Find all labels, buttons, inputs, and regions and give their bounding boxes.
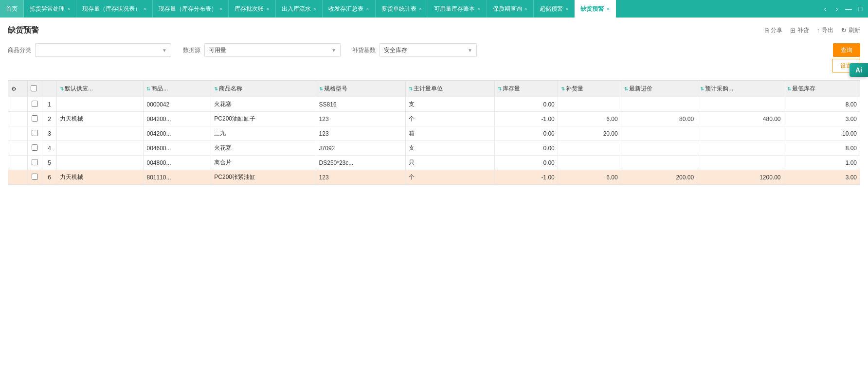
settings-gear-th[interactable]: ⚙ xyxy=(8,81,28,97)
refresh-icon: ↻ xyxy=(841,27,847,34)
tab-expiry[interactable]: 保质期查询 × xyxy=(487,0,534,18)
row-checkbox[interactable] xyxy=(32,144,38,151)
col-est-purchase[interactable]: ⇅ 预计采购... xyxy=(697,81,784,97)
tab-close-order-stat[interactable]: × xyxy=(419,6,422,12)
sort-stock[interactable]: ⇅ 库存量 xyxy=(498,85,520,93)
replenish-icon: ⊞ xyxy=(790,27,796,34)
row-checkbox[interactable] xyxy=(32,115,38,122)
refresh-button[interactable]: ↻ 刷新 xyxy=(841,26,860,35)
tab-close-abnormal[interactable]: × xyxy=(67,6,70,12)
ai-badge[interactable]: Ai xyxy=(850,63,868,77)
col-product-code[interactable]: ⇅ 商品... xyxy=(144,81,211,97)
col-min-stock[interactable]: ⇅ 最低库存 xyxy=(784,81,860,97)
header-actions: ⎘ 分享 ⊞ 补货 ↑ 导出 ↻ 刷新 xyxy=(765,26,861,35)
table-body: 10000042火花塞SS816支0.008.002力天机械004200...P… xyxy=(8,97,860,185)
tab-available-ledger[interactable]: 可用量库存账本 × xyxy=(428,0,487,18)
latest-price-sort-icon: ⇅ xyxy=(624,86,628,91)
sort-min-stock[interactable]: ⇅ 最低库存 xyxy=(787,85,815,93)
table-row: 4004600...火花塞J7092支0.008.00 xyxy=(8,141,860,156)
share-button[interactable]: ⎘ 分享 xyxy=(765,26,782,35)
filter-group-datasource: 数据源 可用量 ▼ xyxy=(183,43,341,57)
data-table: ⚙ ⇅ 默认供应... ⇅ 商品... xyxy=(8,80,860,185)
unit-sort-icon: ⇅ xyxy=(409,86,413,91)
datasource-select[interactable]: 可用量 ▼ xyxy=(204,43,341,57)
sort-product-code[interactable]: ⇅ 商品... xyxy=(146,85,168,93)
row-num-th xyxy=(42,81,57,97)
table-row: 6力天机械801110...PC200张紧油缸123个-1.006.00200.… xyxy=(8,170,860,185)
col-replenish-qty[interactable]: ⇅ 补货量 xyxy=(558,81,621,97)
tab-close-batch-account[interactable]: × xyxy=(266,6,269,12)
col-latest-price[interactable]: ⇅ 最新进价 xyxy=(621,81,697,97)
spec-sort-icon: ⇅ xyxy=(319,86,323,91)
filter-group-replenish-base: 补货基数 安全库存 ▼ xyxy=(352,43,477,57)
query-button[interactable]: 查询 xyxy=(833,43,860,57)
col-unit[interactable]: ⇅ 主计量单位 xyxy=(405,81,494,97)
category-select[interactable]: ▼ xyxy=(35,43,171,57)
min-stock-sort-icon: ⇅ xyxy=(787,86,791,91)
datasource-label: 数据源 xyxy=(183,46,200,54)
select-all-checkbox[interactable] xyxy=(31,85,37,91)
sort-product-name[interactable]: ⇅ 商品名称 xyxy=(214,85,242,93)
col-supplier[interactable]: ⇅ 默认供应... xyxy=(57,81,144,97)
tab-order-stat[interactable]: 要货单统计表 × xyxy=(376,0,428,18)
category-label: 商品分类 xyxy=(8,46,31,54)
tab-inventory-dist[interactable]: 现存量（库存分布表） × xyxy=(153,0,229,18)
filter-row: 商品分类 ▼ 数据源 可用量 ▼ 补货基数 xyxy=(8,43,832,57)
tab-nav-buttons: ‹ › — □ xyxy=(819,3,868,15)
share-icon: ⎘ xyxy=(765,27,769,34)
replenish-base-select[interactable]: 安全库存 ▼ xyxy=(380,43,477,57)
replenish-base-value: 安全库存 xyxy=(384,46,407,54)
tab-abnormal[interactable]: 拣货异常处理 × xyxy=(24,0,76,18)
tab-bar: 首页 拣货异常处理 × 现存量（库存状况表） × 现存量（库存分布表） × 库存… xyxy=(0,0,868,18)
sort-spec[interactable]: ⇅ 规格型号 xyxy=(319,85,347,93)
table-header-row: ⚙ ⇅ 默认供应... ⇅ 商品... xyxy=(8,81,860,97)
page-title: 缺货预警 xyxy=(8,25,39,35)
product-code-sort-icon: ⇅ xyxy=(146,86,150,91)
tab-close-shortage[interactable]: × xyxy=(606,6,609,12)
row-checkbox[interactable] xyxy=(32,174,38,180)
tab-inout-flow[interactable]: 出入库流水 × xyxy=(276,0,323,18)
col-stock[interactable]: ⇅ 库存量 xyxy=(494,81,558,97)
tab-shortage[interactable]: 缺货预警 × xyxy=(575,0,615,18)
tab-minimize[interactable]: — xyxy=(843,3,854,15)
replenish-base-dropdown-icon: ▼ xyxy=(468,48,472,53)
est-purchase-sort-icon: ⇅ xyxy=(700,86,704,91)
row-checkbox[interactable] xyxy=(32,101,38,107)
sort-supplier[interactable]: ⇅ 默认供应... xyxy=(60,85,93,93)
col-spec[interactable]: ⇅ 规格型号 xyxy=(316,81,405,97)
replenish-button[interactable]: ⊞ 补货 xyxy=(790,26,809,35)
product-name-sort-icon: ⇅ xyxy=(214,86,218,91)
tab-nav-next[interactable]: › xyxy=(831,3,843,15)
select-all-th[interactable] xyxy=(28,81,42,97)
tab-batch-account[interactable]: 库存批次账 × xyxy=(229,0,275,18)
main-content: 缺货预警 ⎘ 分享 ⊞ 补货 ↑ 导出 ↻ 刷新 xyxy=(0,18,868,387)
gear-icon: ⚙ xyxy=(11,86,17,92)
datasource-dropdown-icon: ▼ xyxy=(331,48,336,53)
tab-close-inout-flow[interactable]: × xyxy=(313,6,316,12)
tab-close-inventory-status[interactable]: × xyxy=(143,6,146,12)
row-checkbox[interactable] xyxy=(32,130,38,136)
row-checkbox[interactable] xyxy=(32,159,38,165)
sort-replenish-qty[interactable]: ⇅ 补货量 xyxy=(561,85,583,93)
tab-maximize[interactable]: □ xyxy=(854,3,866,15)
tab-close-receive-summary[interactable]: × xyxy=(366,6,369,12)
sort-unit[interactable]: ⇅ 主计量单位 xyxy=(409,85,443,93)
tab-close-expiry[interactable]: × xyxy=(524,6,527,12)
tab-overstock[interactable]: 超储预警 × xyxy=(534,0,575,18)
tab-receive-summary[interactable]: 收发存汇总表 × xyxy=(323,0,375,18)
tab-close-overstock[interactable]: × xyxy=(565,6,568,12)
col-product-name[interactable]: ⇅ 商品名称 xyxy=(211,81,316,97)
table-row: 10000042火花塞SS816支0.008.00 xyxy=(8,97,860,112)
sort-latest-price[interactable]: ⇅ 最新进价 xyxy=(624,85,652,93)
category-dropdown-icon: ▼ xyxy=(162,48,167,53)
sort-est-purchase[interactable]: ⇅ 预计采购... xyxy=(700,85,733,93)
export-button[interactable]: ↑ 导出 xyxy=(817,26,834,35)
tab-close-inventory-dist[interactable]: × xyxy=(219,6,222,12)
tab-inventory-status[interactable]: 现存量（库存状况表） × xyxy=(76,0,152,18)
table-row: 5004800...离合片DS250*23c...只0.001.00 xyxy=(8,156,860,170)
tab-close-available-ledger[interactable]: × xyxy=(477,6,480,12)
tab-home[interactable]: 首页 xyxy=(0,0,24,18)
datasource-value: 可用量 xyxy=(209,46,226,54)
tab-nav-prev[interactable]: ‹ xyxy=(819,3,831,15)
table-row: 2力天机械004200...PC200油缸缸子123个-1.006.0080.0… xyxy=(8,112,860,126)
